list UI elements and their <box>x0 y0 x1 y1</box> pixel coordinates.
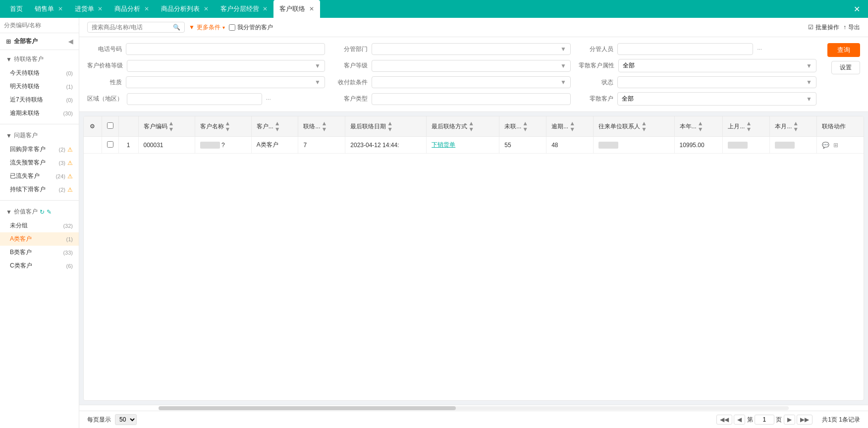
customer-type-input[interactable] <box>372 93 571 105</box>
sidebar-item-tomorrow[interactable]: 明天待联络 (1) <box>0 80 79 93</box>
nav-home[interactable]: 首页 <box>4 0 29 18</box>
nav-product-analysis-close[interactable]: ✕ <box>144 5 149 12</box>
sidebar-item-c-class[interactable]: C类客户 (6) <box>0 259 79 272</box>
warn-icon3[interactable]: ⚠ <box>67 173 73 180</box>
churned-label: 已流失客户 <box>10 172 40 180</box>
prev-page-button[interactable]: ◀ <box>734 415 745 425</box>
page-size-select[interactable]: 50 <box>115 414 137 425</box>
sidebar-section-value-title[interactable]: ▼ 价值客户 ↻ ✎ <box>0 205 79 219</box>
nav-customer-tier[interactable]: 客户分层经营 ✕ <box>215 0 274 18</box>
sort-arrows-type[interactable]: ▲▼ <box>274 120 280 132</box>
setting-button[interactable]: 设置 <box>831 61 860 74</box>
unclassified-badge: (32) <box>63 223 73 229</box>
refresh-icon[interactable]: ↻ <box>40 209 45 215</box>
advanced-filter: 电话号码 分管部门 ▼ 分管人员 <box>79 37 868 112</box>
th-company-contact-label: 往来单位联系人 <box>598 122 640 131</box>
region-dots-icon[interactable]: ··· <box>266 96 271 103</box>
sort-arrows-overdue[interactable]: ▲▼ <box>569 120 575 132</box>
window-close-button[interactable]: ✕ <box>850 4 864 14</box>
query-button[interactable]: 查询 <box>827 43 860 57</box>
last-page-button[interactable]: ▶▶ <box>797 415 813 425</box>
sidebar-collapse-button[interactable]: ◀ <box>68 38 73 45</box>
row-last-method-link[interactable]: 下销货单 <box>432 141 455 148</box>
batch-op-button[interactable]: ☑ 批量操作 <box>808 23 839 32</box>
sort-arrows-last-month[interactable]: ▲▼ <box>746 120 752 132</box>
sort-arrows-company-contact[interactable]: ▲▼ <box>641 120 647 132</box>
more-conditions-label: 更多条件 <box>197 23 220 32</box>
nav-purchase[interactable]: 进货单 ✕ <box>69 0 109 18</box>
price-level-select[interactable]: ▼ <box>127 60 325 72</box>
sort-arrows-last-method[interactable]: ▲▼ <box>468 120 474 132</box>
dept-arrow-icon: ▼ <box>560 46 566 53</box>
nature-field: 性质 ▼ <box>87 76 325 88</box>
nature-select[interactable]: ▼ <box>126 76 325 88</box>
nav-product-list[interactable]: 商品分析列表 ✕ <box>155 0 215 18</box>
export-button[interactable]: ↑ 导出 <box>843 23 860 32</box>
phone-input[interactable] <box>126 43 325 55</box>
edit-icon[interactable]: ✎ <box>47 209 52 215</box>
th-company-contact: 往来单位联系人 ▲▼ <box>593 116 674 137</box>
sidebar-item-today[interactable]: 今天待联络 (0) <box>0 66 79 80</box>
retail-attr-select[interactable]: 全部 ▼ <box>618 59 816 72</box>
sidebar-search-input[interactable] <box>4 22 78 29</box>
page-number-input[interactable] <box>755 415 774 425</box>
my-customers-checkbox[interactable]: 我分管的客户 <box>229 23 273 32</box>
sidebar-item-churned[interactable]: 已流失客户 (24) ⚠ <box>0 169 79 183</box>
sidebar-item-7days[interactable]: 近7天待联络 (0) <box>0 93 79 107</box>
customer-level-select[interactable]: ▼ <box>372 60 571 72</box>
sidebar-item-abnormal[interactable]: 回购异常客户 (2) ⚠ <box>0 143 79 156</box>
region-input[interactable] <box>127 93 262 105</box>
sort-arrows-code[interactable]: ▲▼ <box>168 120 174 132</box>
nav-sales[interactable]: 销售单 ✕ <box>29 0 69 18</box>
person-dots-icon[interactable]: ··· <box>757 46 762 53</box>
my-customers-check-input[interactable] <box>229 24 235 31</box>
nav-product-list-close[interactable]: ✕ <box>204 5 209 12</box>
row-checkbox[interactable] <box>107 141 113 148</box>
retail-customer-select[interactable]: 全部 ▼ <box>617 92 816 106</box>
message-icon[interactable]: 💬 <box>822 142 829 149</box>
row-type: A类客户 <box>251 137 298 154</box>
sort-arrows-contact[interactable]: ▲▼ <box>322 120 327 132</box>
status-select[interactable]: ▼ <box>617 76 816 88</box>
more-conditions-button[interactable]: ▼ 更多条件 ▾ <box>189 23 225 32</box>
sort-arrows-this-month[interactable]: ▲▼ <box>793 120 799 132</box>
nav-purchase-close[interactable]: ✕ <box>98 5 103 12</box>
filter-search-input[interactable] <box>92 24 171 31</box>
row-action: 💬 ⊞ <box>817 137 864 154</box>
filter-actions: 查询 设置 <box>820 43 860 106</box>
sidebar-item-churn-warning[interactable]: 流失预警客户 (3) ⚠ <box>0 156 79 169</box>
share-icon[interactable]: ⊞ <box>833 142 838 149</box>
nav-customer-tier-close[interactable]: ✕ <box>263 5 268 12</box>
payment-select[interactable]: ▼ <box>372 76 571 88</box>
warn-icon4[interactable]: ⚠ <box>67 186 73 193</box>
person-input[interactable] <box>617 43 753 55</box>
nav-product-analysis[interactable]: 商品分析 ✕ <box>108 0 155 18</box>
sort-arrows-no-contact[interactable]: ▲▼ <box>522 120 528 132</box>
gear-header-icon[interactable]: ⚙ <box>90 123 95 130</box>
sidebar-all-customers[interactable]: ⊞ 全部客户 ◀ <box>0 33 79 50</box>
nav-customer-contact-close[interactable]: ✕ <box>309 5 314 12</box>
7days-badge: (0) <box>66 97 73 103</box>
sort-arrows-name[interactable]: ▲▼ <box>225 120 231 132</box>
sidebar-item-declining[interactable]: 持续下滑客户 (2) ⚠ <box>0 183 79 196</box>
filter-search-icon[interactable]: 🔍 <box>173 24 180 31</box>
sort-arrows-last-date[interactable]: ▲▼ <box>387 120 393 132</box>
sidebar-item-a-class[interactable]: A类客户 (1) <box>0 232 79 246</box>
nav-customer-contact[interactable]: 客户联络 ✕ <box>273 0 320 18</box>
th-name-label: 客户名称 <box>200 122 224 131</box>
sidebar-item-b-class[interactable]: B类客户 (33) <box>0 246 79 259</box>
sidebar-section-problem-title[interactable]: ▼ 问题客户 <box>0 128 79 143</box>
next-page-button[interactable]: ▶ <box>784 415 795 425</box>
sidebar-search-area: 🔍 <box>0 18 79 33</box>
warn-icon2[interactable]: ⚠ <box>67 160 73 166</box>
sidebar-item-overdue[interactable]: 逾期未联络 (30) <box>0 107 79 120</box>
scrollbar-thumb[interactable] <box>159 406 456 410</box>
dept-select[interactable]: ▼ <box>372 43 571 55</box>
warn-icon[interactable]: ⚠ <box>67 146 73 153</box>
select-all-checkbox[interactable] <box>107 122 113 129</box>
nav-sales-close[interactable]: ✕ <box>58 5 63 12</box>
sort-arrows-this-year[interactable]: ▲▼ <box>698 120 704 132</box>
first-page-button[interactable]: ◀◀ <box>716 415 732 425</box>
sidebar-section-pending-title[interactable]: ▼ 待联络客户 <box>0 52 79 66</box>
sidebar-item-unclassified[interactable]: 未分组 (32) <box>0 219 79 232</box>
